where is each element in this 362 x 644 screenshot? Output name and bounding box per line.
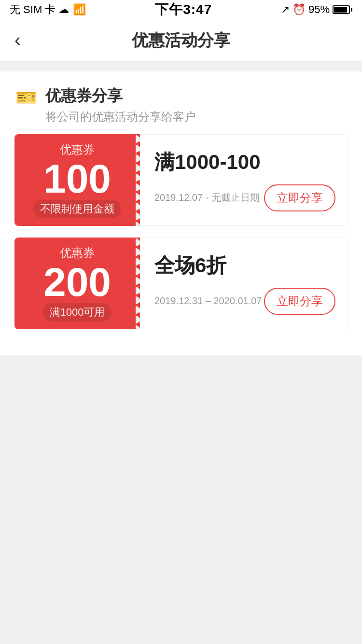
coupon-card-2: 优惠券 200 满1000可用 全场6折 2019.12.31 – 2020.0… [14, 238, 348, 329]
coupon-name-2: 全场6折 [154, 252, 335, 279]
location-icon: ↗ [281, 3, 290, 16]
share-button-1[interactable]: 立即分享 [264, 184, 335, 211]
nav-bar: ‹ 优惠活动分享 [0, 19, 362, 62]
share-button-2[interactable]: 立即分享 [264, 288, 335, 315]
battery-percent: 95% [308, 3, 330, 16]
coupon-amount-2: 200 [43, 262, 111, 302]
page-title: 优惠活动分享 [132, 29, 230, 52]
status-bar: 无 SIM 卡 ☁ 📶 下午3:47 ↗ ⏰ 95% [0, 0, 362, 19]
status-right: ↗ ⏰ 95% [281, 3, 352, 16]
coupon-list: 优惠券 100 不限制使用金额 满1000-100 2019.12.07 - 无… [0, 134, 362, 355]
coupon-date-2: 2019.12.31 – 2020.01.07 [154, 295, 262, 307]
sim-label: 无 SIM 卡 ☁ [10, 2, 69, 17]
section-header: 🎫 优惠券分享 将公司的优惠活动分享给客户 [0, 71, 362, 134]
bottom-area [0, 355, 362, 597]
coupon-footer-2: 2019.12.31 – 2020.01.07 立即分享 [154, 288, 335, 315]
coupon-right-2: 全场6折 2019.12.31 – 2020.01.07 立即分享 [140, 238, 348, 329]
status-left: 无 SIM 卡 ☁ 📶 [10, 2, 86, 17]
coupon-label-2: 优惠券 [60, 245, 95, 261]
section-gap [0, 62, 362, 71]
coupon-label-1: 优惠券 [60, 142, 95, 157]
coupon-left-2: 优惠券 200 满1000可用 [14, 238, 140, 329]
coupon-card-1: 优惠券 100 不限制使用金额 满1000-100 2019.12.07 - 无… [14, 134, 348, 226]
section-icon: 🎫 [14, 86, 38, 109]
battery-icon [333, 5, 352, 14]
section-title: 优惠券分享 [45, 86, 196, 106]
coupon-amount-1: 100 [43, 158, 111, 199]
wifi-icon: 📶 [73, 3, 86, 16]
section-text: 优惠券分享 将公司的优惠活动分享给客户 [45, 86, 196, 125]
coupon-condition-2: 满1000可用 [43, 303, 112, 322]
status-time: 下午3:47 [155, 0, 212, 19]
coupon-date-1: 2019.12.07 - 无截止日期 [154, 191, 260, 204]
coupon-footer-1: 2019.12.07 - 无截止日期 立即分享 [154, 184, 335, 211]
coupon-right-1: 满1000-100 2019.12.07 - 无截止日期 立即分享 [140, 134, 348, 226]
coupon-condition-1: 不限制使用金额 [33, 200, 121, 218]
section-subtitle: 将公司的优惠活动分享给客户 [45, 109, 196, 125]
alarm-icon: ⏰ [292, 3, 306, 16]
coupon-name-1: 满1000-100 [154, 149, 335, 176]
coupon-left-1: 优惠券 100 不限制使用金额 [14, 134, 140, 226]
back-button[interactable]: ‹ [14, 30, 21, 51]
